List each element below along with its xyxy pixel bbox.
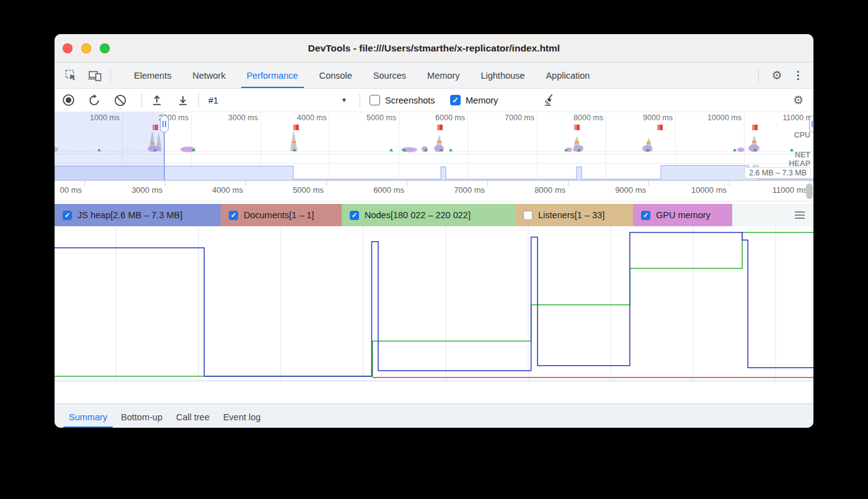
panel-tabs: ElementsNetworkPerformanceConsoleSources… <box>123 63 758 88</box>
tab-sources[interactable]: Sources <box>363 63 417 88</box>
ruler-tick <box>84 181 85 186</box>
overview-ruler-label: 8000 ms <box>574 113 603 122</box>
drawer-tab-bottom-up[interactable]: Bottom-up <box>114 404 169 428</box>
detail-ruler-label: 6000 ms <box>373 185 404 195</box>
record-button[interactable] <box>62 89 75 112</box>
overview-ruler-label: 6000 ms <box>435 113 465 122</box>
legend-label: JS heap[2.6 MB – 7.3 MB] <box>78 210 182 220</box>
divider <box>110 69 111 82</box>
legend-checkbox[interactable] <box>229 211 238 220</box>
counters-menu-icon[interactable] <box>795 211 805 219</box>
legend-item-listeners[interactable]: Listeners[1 – 33] <box>515 204 633 226</box>
tab-performance[interactable]: Performance <box>236 63 309 88</box>
drawer-tab-summary[interactable]: Summary <box>62 404 114 428</box>
ruler-tick <box>568 181 569 186</box>
devtools-window: DevTools - file:///Users/stmarthe/x-repl… <box>55 34 813 428</box>
detail-ruler-label: 9000 ms <box>615 185 646 195</box>
legend-item-documents[interactable]: Documents[1 – 1] <box>221 204 342 226</box>
clear-recording-icon[interactable] <box>114 89 126 112</box>
divider <box>758 69 759 82</box>
divider <box>198 93 199 108</box>
legend-item-js-heap[interactable]: JS heap[2.6 MB – 7.3 MB] <box>55 204 221 226</box>
memory-chart[interactable] <box>55 226 813 381</box>
ruler-tick <box>326 181 327 186</box>
cpu-gc-markers <box>97 149 794 152</box>
ruler-tick <box>246 181 246 186</box>
detail-ruler-label: 10000 ms <box>691 185 727 195</box>
device-toolbar-icon[interactable] <box>88 69 102 82</box>
heap-track-label: HEAP <box>789 159 810 168</box>
detail-ruler-label: 00 ms <box>60 185 82 195</box>
legend-label: Nodes[180 022 – 220 022] <box>365 210 471 220</box>
detail-ruler-label: 7000 ms <box>454 185 485 195</box>
load-profile-icon[interactable] <box>151 89 163 112</box>
settings-gear-icon[interactable]: ⚙ <box>770 69 784 82</box>
tab-memory[interactable]: Memory <box>417 63 470 88</box>
tab-application[interactable]: Application <box>535 63 600 88</box>
selection-left-handle-line <box>164 132 166 180</box>
overview-ruler-label: 11000 m <box>782 113 812 122</box>
inspect-element-icon[interactable] <box>64 69 78 82</box>
save-profile-icon[interactable] <box>177 89 189 112</box>
window-title: DevTools - file:///Users/stmarthe/x-repl… <box>55 34 813 62</box>
memory-label[interactable]: Memory <box>466 89 498 112</box>
overview-ruler-label: 10000 ms <box>707 113 742 122</box>
performance-toolbar: #1 ▼ Screenshots Memory ⚙ <box>55 89 813 112</box>
tab-console[interactable]: Console <box>309 63 363 88</box>
drawer-tab-call-tree[interactable]: Call tree <box>169 404 216 428</box>
collect-garbage-icon[interactable] <box>543 89 557 112</box>
history-select[interactable]: #1 <box>208 89 218 112</box>
ruler-tick <box>165 181 166 186</box>
cpu-track-label: CPU <box>794 131 810 139</box>
series-js-heap <box>55 232 813 376</box>
legend-checkbox[interactable] <box>350 211 359 220</box>
memory-counters-legend: JS heap[2.6 MB – 7.3 MB]Documents[1 – 1]… <box>55 204 813 226</box>
overview-ruler-label: 7000 ms <box>505 113 534 122</box>
cpu-rendering <box>151 141 756 144</box>
overview-ruler-label: 3000 ms <box>228 113 258 122</box>
long-frame-markers <box>153 125 758 130</box>
overview-ruler-label: 5000 ms <box>366 113 396 122</box>
history-dropdown-arrow[interactable]: ▼ <box>341 89 347 112</box>
divider <box>141 93 142 108</box>
detail-ruler-label: 4000 ms <box>212 185 243 195</box>
legend-item-gpu-memory[interactable]: GPU memory <box>633 204 732 226</box>
reload-and-record-button[interactable] <box>88 89 100 112</box>
ruler-tick <box>649 181 649 186</box>
overview-ruler-label: 4000 ms <box>297 113 327 122</box>
capture-settings-gear-icon[interactable]: ⚙ <box>793 89 804 112</box>
chart-bottom-space <box>55 381 813 404</box>
detail-ruler-label: 5000 ms <box>293 185 324 195</box>
timeline-overview[interactable]: 1000 ms2000 ms3000 ms4000 ms5000 ms6000 … <box>55 112 813 181</box>
selection-right-handle[interactable] <box>809 115 813 133</box>
devtools-tabbar: ElementsNetworkPerformanceConsoleSources… <box>55 63 813 89</box>
ruler-tick <box>407 181 407 186</box>
detail-ruler-label: 11000 ms <box>773 185 807 195</box>
screenshots-label[interactable]: Screenshots <box>385 89 435 112</box>
tab-lighthouse[interactable]: Lighthouse <box>470 63 535 88</box>
more-options-kebab-icon[interactable]: ⋮ <box>791 69 805 82</box>
overview-ruler-label: 9000 ms <box>643 113 673 122</box>
legend-filler <box>732 204 813 226</box>
cpu-scripting <box>148 144 760 152</box>
tab-network[interactable]: Network <box>182 63 236 88</box>
ruler-tick <box>487 181 488 186</box>
legend-checkbox[interactable] <box>641 211 650 220</box>
selection-dim-overlay <box>55 112 164 180</box>
memory-checkbox[interactable] <box>450 89 461 112</box>
legend-checkbox[interactable] <box>523 211 533 220</box>
heap-overview-area <box>55 166 813 180</box>
tab-elements[interactable]: Elements <box>123 63 182 88</box>
legend-item-nodes[interactable]: Nodes[180 022 – 220 022] <box>342 204 515 226</box>
selection-left-handle[interactable] <box>160 115 169 133</box>
screenshots-checkbox[interactable] <box>370 89 380 112</box>
drawer-tabbar: SummaryBottom-upCall treeEvent log <box>55 404 813 428</box>
legend-checkbox[interactable] <box>63 211 72 220</box>
divider <box>360 93 360 108</box>
drawer-tab-event-log[interactable]: Event log <box>216 404 267 428</box>
scrollbar-thumb[interactable] <box>806 183 813 199</box>
overview-ruler-label: 1000 ms <box>90 113 120 122</box>
detail-ruler-label: 8000 ms <box>534 185 565 195</box>
heap-range-chip: 2.6 MB – 7.3 MB <box>745 167 811 179</box>
series-nodes <box>55 232 813 376</box>
